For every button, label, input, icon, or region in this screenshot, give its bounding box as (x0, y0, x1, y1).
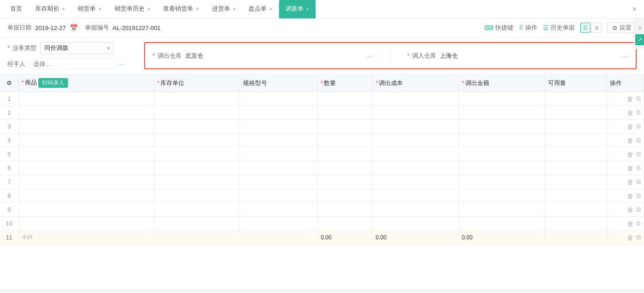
tab-sales-history[interactable]: 销货单历史 × (108, 0, 157, 18)
gear-column-header[interactable]: ⚙ (0, 74, 18, 92)
row-cost[interactable] (373, 92, 459, 106)
copy-row-icon[interactable]: ⧉ (636, 150, 641, 158)
row-goods[interactable] (18, 217, 154, 231)
copy-row-icon[interactable]: ⧉ (636, 95, 641, 103)
row-spec[interactable] (240, 161, 318, 175)
row-cost[interactable] (373, 175, 459, 189)
row-amount[interactable] (459, 134, 545, 147)
delete-row-icon[interactable]: 🗑 (627, 178, 633, 186)
tab-close-purchase[interactable]: × (233, 6, 236, 12)
calendar-icon[interactable]: 📅 (70, 24, 78, 31)
scan-btn[interactable]: 扫码录入 (38, 78, 68, 88)
row-spec[interactable] (240, 120, 318, 134)
tab-close-sales[interactable]: × (98, 6, 101, 12)
row-cost[interactable] (373, 106, 459, 120)
delete-row-icon[interactable]: 🗑 (627, 137, 633, 144)
delete-row-icon[interactable]: 🗑 (627, 220, 633, 227)
row-cost[interactable] (373, 217, 459, 231)
row-unit[interactable] (154, 120, 240, 134)
row-unit[interactable] (154, 161, 240, 175)
row-unit[interactable] (154, 106, 240, 120)
row-qty[interactable] (318, 134, 373, 147)
row-qty[interactable] (318, 92, 373, 106)
row-cost[interactable] (373, 203, 459, 217)
row-goods[interactable] (18, 203, 154, 217)
delete-row-icon[interactable]: 🗑 (627, 95, 633, 103)
tab-home[interactable]: 首页 (4, 0, 29, 18)
delete-row-icon[interactable]: 🗑 (627, 206, 633, 214)
row-spec[interactable] (240, 203, 318, 217)
row-goods[interactable] (18, 106, 154, 120)
row-goods[interactable] (18, 134, 154, 147)
row-amount[interactable] (459, 217, 545, 231)
list-view-btn[interactable]: ☰ (580, 23, 590, 33)
row-qty[interactable] (318, 175, 373, 189)
tab-close-view-sales[interactable]: × (196, 6, 199, 12)
copy-row-icon[interactable]: ⧉ (636, 178, 641, 186)
row-amount[interactable] (459, 175, 545, 189)
delete-row-icon[interactable]: 🗑 (627, 151, 633, 158)
row-qty[interactable] (318, 106, 373, 120)
row-amount[interactable] (459, 189, 545, 203)
row-qty[interactable] (318, 189, 373, 203)
copy-row-icon[interactable]: ⧉ (636, 122, 641, 130)
tab-close-inventory-init[interactable]: × (62, 6, 65, 12)
row-unit[interactable] (154, 217, 240, 231)
row-goods[interactable] (18, 120, 154, 134)
delete-row-icon[interactable]: 🗑 (627, 123, 633, 130)
operation-btn[interactable]: ⠿ 操作 (519, 24, 537, 32)
row-amount[interactable] (459, 147, 545, 161)
row-unit[interactable] (154, 134, 240, 147)
row-spec[interactable] (240, 134, 318, 147)
tab-purchase[interactable]: 进货单 × (206, 0, 242, 18)
row-spec[interactable] (240, 217, 318, 231)
row-qty[interactable] (318, 203, 373, 217)
delete-row-icon[interactable]: 🗑 (627, 165, 633, 172)
handler-more-btn[interactable]: ··· (119, 61, 125, 67)
tab-close-transfer[interactable]: × (306, 6, 309, 12)
delete-row-icon[interactable]: 🗑 (627, 109, 633, 116)
row-spec[interactable] (240, 189, 318, 203)
business-type-select[interactable]: 同价调拨 ▾ (40, 42, 114, 54)
row-qty[interactable] (318, 217, 373, 231)
delete-row-icon[interactable]: 🗑 (627, 192, 633, 200)
row-spec[interactable] (240, 92, 318, 106)
row-unit[interactable] (154, 92, 240, 106)
history-btn[interactable]: ☰ 历史单据 (543, 24, 575, 32)
row-goods[interactable] (18, 189, 154, 203)
tab-close-sales-history[interactable]: × (147, 6, 150, 12)
row-unit[interactable] (154, 175, 240, 189)
row-amount[interactable] (459, 203, 545, 217)
sidebar-note-icon[interactable]: ≡ (635, 22, 644, 33)
tab-view-sales[interactable]: 查看销货单 × (157, 0, 205, 18)
row-amount[interactable] (459, 161, 545, 175)
copy-row-icon[interactable]: ⧉ (636, 206, 641, 214)
copy-row-icon[interactable]: ⧉ (636, 136, 641, 144)
row-goods[interactable] (18, 92, 154, 106)
tab-inventory-init[interactable]: 库存期初 × (29, 0, 71, 18)
tab-stocktake[interactable]: 盘点单 × (242, 0, 279, 18)
row-unit[interactable] (154, 203, 240, 217)
copy-icon[interactable]: ⧉ (636, 233, 641, 241)
shortcut-btn[interactable]: ⌨ 快捷键 (484, 24, 513, 32)
window-close-btn[interactable]: × (629, 5, 640, 13)
sidebar-export-icon[interactable]: ↗ (635, 34, 644, 45)
row-spec[interactable] (240, 147, 318, 161)
settings-btn[interactable]: ⚙ 设置 (607, 22, 637, 33)
row-cost[interactable] (373, 161, 459, 175)
copy-row-icon[interactable]: ⧉ (636, 192, 641, 200)
row-qty[interactable] (318, 120, 373, 134)
tab-sales[interactable]: 销货单 × (71, 0, 108, 18)
tab-transfer[interactable]: 调拨单 × (279, 0, 316, 18)
row-goods[interactable] (18, 161, 154, 175)
row-qty[interactable] (318, 147, 373, 161)
row-amount[interactable] (459, 120, 545, 134)
row-amount[interactable] (459, 92, 545, 106)
row-cost[interactable] (373, 120, 459, 134)
row-amount[interactable] (459, 106, 545, 120)
row-goods[interactable] (18, 175, 154, 189)
row-unit[interactable] (154, 189, 240, 203)
copy-row-icon[interactable]: ⧉ (636, 109, 641, 116)
row-spec[interactable] (240, 175, 318, 189)
horizontal-scrollbar[interactable] (0, 289, 644, 293)
